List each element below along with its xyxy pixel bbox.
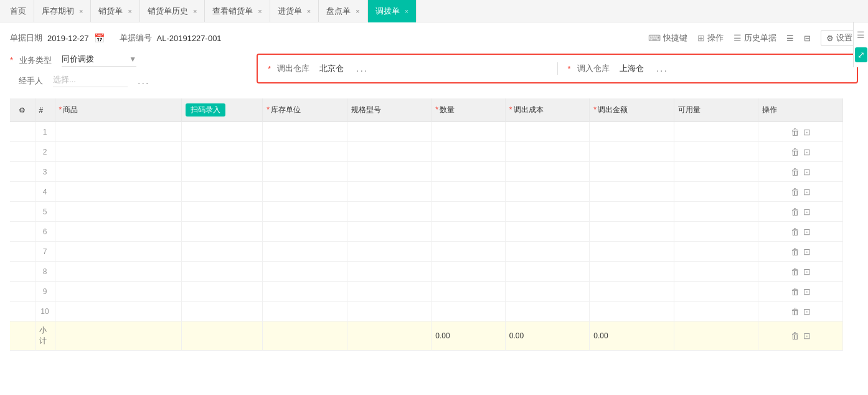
row-goods-cell[interactable]	[55, 162, 181, 182]
row-qty-cell[interactable]	[432, 282, 506, 302]
row-spec-cell[interactable]	[347, 202, 432, 222]
row-goods-cell[interactable]	[55, 282, 181, 302]
row-amount-cell[interactable]	[590, 242, 674, 262]
row-unit-cell[interactable]	[263, 162, 347, 182]
warehouse-out-more-btn[interactable]: ...	[356, 63, 368, 74]
row-goods-cell[interactable]	[55, 122, 181, 142]
row-copy-icon[interactable]: ⊡	[803, 247, 811, 257]
handler-more-btn[interactable]: ...	[138, 75, 149, 87]
tab-stocktake[interactable]: 盘点单×	[319, 0, 367, 22]
row-delete-icon[interactable]: 🗑	[791, 247, 800, 257]
row-spec-cell[interactable]	[347, 142, 432, 162]
row-copy-icon[interactable]: ⊡	[803, 167, 811, 177]
row-goods-cell[interactable]	[55, 302, 181, 321]
row-amount-cell[interactable]	[590, 142, 674, 162]
row-delete-icon[interactable]: 🗑	[791, 307, 800, 316]
row-spec-cell[interactable]	[347, 182, 432, 202]
warehouse-in-more-btn[interactable]: ...	[656, 63, 668, 74]
row-qty-cell[interactable]	[432, 142, 506, 162]
row-spec-cell[interactable]	[347, 282, 432, 302]
tab-transfer-order[interactable]: 调拨单×	[368, 0, 417, 22]
row-unit-cell[interactable]	[263, 302, 347, 321]
tab-view-sales[interactable]: 查看销货单×	[205, 0, 270, 22]
row-spec-cell[interactable]	[347, 242, 432, 262]
row-copy-icon[interactable]: ⊡	[803, 127, 811, 137]
row-unit-cell[interactable]	[263, 222, 347, 242]
row-spec-cell[interactable]	[347, 122, 432, 142]
row-spec-cell[interactable]	[347, 262, 432, 282]
row-amount-cell[interactable]	[590, 282, 674, 302]
tab-close-transfer-order[interactable]: ×	[405, 7, 408, 15]
row-goods-cell[interactable]	[55, 182, 181, 202]
row-copy-icon[interactable]: ⊡	[803, 207, 811, 217]
history-action[interactable]: ☰ 历史单据	[734, 32, 776, 44]
row-goods-cell[interactable]	[55, 142, 181, 162]
row-qty-cell[interactable]	[432, 202, 506, 222]
row-unit-cell[interactable]	[263, 182, 347, 202]
row-delete-icon[interactable]: 🗑	[791, 267, 800, 277]
tab-close-view-sales[interactable]: ×	[258, 7, 262, 15]
layout2-action[interactable]: ⊟	[804, 34, 811, 43]
row-unit-cell[interactable]	[263, 122, 347, 142]
row-copy-icon[interactable]: ⊡	[803, 227, 811, 237]
biz-type-select[interactable]: 同价调拨 ▼	[62, 54, 136, 67]
row-cost-cell[interactable]	[505, 162, 590, 182]
row-amount-cell[interactable]	[590, 162, 674, 182]
row-qty-cell[interactable]	[432, 222, 506, 242]
row-goods-cell[interactable]	[55, 202, 181, 222]
row-cost-cell[interactable]	[505, 242, 590, 262]
row-delete-icon[interactable]: 🗑	[791, 127, 800, 137]
tab-home[interactable]: 首页	[5, 0, 34, 22]
row-unit-cell[interactable]	[263, 282, 347, 302]
tab-close-stocktake[interactable]: ×	[356, 7, 359, 15]
tab-close-sales-history[interactable]: ×	[193, 7, 197, 15]
row-copy-icon[interactable]: ⊡	[803, 187, 811, 197]
row-cost-cell[interactable]	[505, 262, 590, 282]
row-amount-cell[interactable]	[590, 202, 674, 222]
row-cost-cell[interactable]	[505, 142, 590, 162]
row-delete-icon[interactable]: 🗑	[791, 207, 800, 217]
row-copy-icon[interactable]: ⊡	[803, 331, 811, 341]
row-cost-cell[interactable]	[505, 222, 590, 242]
row-amount-cell[interactable]	[590, 222, 674, 242]
row-cost-cell[interactable]	[505, 182, 590, 202]
row-qty-cell[interactable]	[432, 302, 506, 321]
scan-button[interactable]: 扫码录入	[186, 103, 225, 117]
row-delete-icon[interactable]: 🗑	[791, 227, 800, 237]
row-qty-cell[interactable]	[432, 122, 506, 142]
shortcut-action[interactable]: ⌨ 快捷键	[648, 32, 687, 44]
row-spec-cell[interactable]	[347, 162, 432, 182]
row-delete-icon[interactable]: 🗑	[791, 187, 800, 197]
tab-close-inventory-init[interactable]: ×	[79, 7, 83, 15]
sidebar-expand-icon[interactable]: ⤢	[855, 47, 867, 62]
settings-button[interactable]: ⚙ 设置	[821, 30, 858, 46]
gear-column-header[interactable]: ⚙	[10, 98, 35, 122]
row-copy-icon[interactable]: ⊡	[803, 267, 811, 277]
operate-action[interactable]: ⊞ 操作	[697, 32, 724, 44]
row-delete-icon[interactable]: 🗑	[791, 167, 800, 177]
handler-input[interactable]: 选择...	[53, 74, 128, 87]
row-goods-cell[interactable]	[55, 262, 181, 282]
row-delete-icon[interactable]: 🗑	[791, 331, 800, 341]
row-cost-cell[interactable]	[505, 122, 590, 142]
tab-inventory-init[interactable]: 库存期初×	[34, 0, 91, 22]
row-cost-cell[interactable]	[505, 282, 590, 302]
row-delete-icon[interactable]: 🗑	[791, 147, 800, 157]
row-unit-cell[interactable]	[263, 262, 347, 282]
calendar-icon[interactable]: 📅	[94, 33, 105, 43]
row-amount-cell[interactable]	[590, 122, 674, 142]
row-cost-cell[interactable]	[505, 302, 590, 321]
tab-sales-order[interactable]: 销货单×	[91, 0, 139, 22]
row-unit-cell[interactable]	[263, 142, 347, 162]
row-amount-cell[interactable]	[590, 262, 674, 282]
row-qty-cell[interactable]	[432, 162, 506, 182]
row-unit-cell[interactable]	[263, 202, 347, 222]
sidebar-list-icon[interactable]: ☰	[854, 27, 867, 42]
row-qty-cell[interactable]	[432, 262, 506, 282]
layout1-action[interactable]: ☰	[786, 34, 794, 43]
row-delete-icon[interactable]: 🗑	[791, 287, 800, 297]
row-goods-cell[interactable]	[55, 242, 181, 262]
row-spec-cell[interactable]	[347, 222, 432, 242]
row-amount-cell[interactable]	[590, 302, 674, 321]
tab-close-sales-order[interactable]: ×	[128, 7, 131, 15]
